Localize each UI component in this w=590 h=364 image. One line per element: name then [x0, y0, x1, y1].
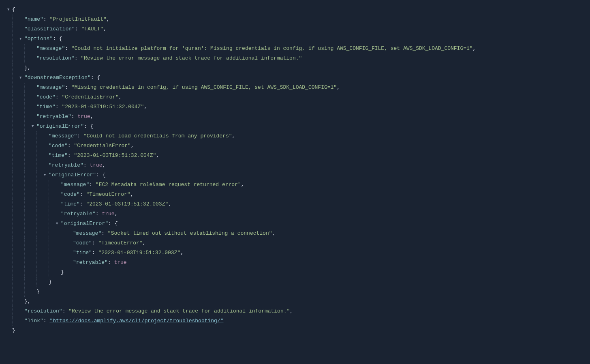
json-string: "Missing credentials in config, if using…	[71, 83, 337, 92]
collapse-toggle-icon[interactable]: ▼	[56, 219, 61, 229]
json-line: "name": "ProjectInitFault",	[0, 15, 590, 24]
json-line: },	[0, 297, 590, 306]
json-line: "retryable": true,	[0, 161, 590, 170]
json-key: "message"	[49, 131, 77, 141]
json-line: }	[0, 287, 590, 297]
brace-close: }	[24, 297, 28, 306]
json-line: "time": "2023-01-03T19:51:32.004Z",	[0, 151, 590, 161]
json-string: "Could not load credentials from any pro…	[83, 131, 232, 141]
json-string: "CredentialsError"	[74, 141, 130, 151]
json-key: "time"	[49, 151, 68, 161]
brace-open: {	[59, 34, 62, 44]
json-line: "message": "Missing credentials in confi…	[0, 83, 590, 92]
json-key: "classification"	[24, 24, 75, 34]
brace-open: {	[115, 219, 118, 229]
json-string: "FAULT"	[81, 24, 103, 34]
json-boolean: true	[114, 258, 126, 268]
json-string: "ProjectInitFault"	[49, 15, 106, 24]
json-key: "message"	[36, 83, 65, 92]
json-key: "retryable"	[73, 258, 108, 268]
json-key: "code"	[73, 238, 92, 248]
json-line: "message": "Could not load credentials f…	[0, 131, 590, 141]
json-line: "retryable": true	[0, 258, 590, 268]
json-line: ▼"downstreamException": {	[0, 73, 590, 83]
brace-close: }	[24, 63, 28, 73]
json-line: "time": "2023-01-03T19:51:32.004Z",	[0, 102, 590, 112]
brace-close: }	[61, 268, 64, 277]
json-key: "code"	[61, 190, 80, 199]
json-line: "code": "TimeoutError",	[0, 190, 590, 199]
json-line: }	[0, 277, 590, 287]
json-key: "originalError"	[36, 122, 84, 131]
json-key: "originalError"	[61, 219, 108, 229]
json-string: "Review the error message and stack trac…	[68, 306, 290, 316]
json-tree-viewer: ▼{ "name": "ProjectInitFault", "classifi…	[0, 5, 590, 336]
json-key: "originalError"	[49, 170, 96, 180]
collapse-toggle-icon[interactable]: ▼	[32, 122, 36, 131]
json-string: "2023-01-03T19:51:32.004Z"	[74, 151, 156, 161]
json-key: "time"	[61, 199, 80, 209]
json-line: "time": "2023-01-03T19:51:32.003Z",	[0, 199, 590, 209]
collapse-toggle-icon[interactable]: ▼	[19, 73, 24, 83]
collapse-toggle-icon[interactable]: ▼	[44, 170, 49, 180]
json-key: "message"	[36, 44, 65, 54]
json-key: "code"	[49, 141, 68, 151]
brace-open: {	[90, 122, 94, 131]
brace-close: }	[49, 277, 52, 287]
json-line: "classification": "FAULT",	[0, 24, 590, 34]
json-line: },	[0, 63, 590, 73]
json-key: "time"	[36, 102, 56, 112]
json-string: "Could not initialize platform for 'qura…	[71, 44, 473, 54]
json-link[interactable]: "https://docs.amplify.aws/cli/project/tr…	[49, 316, 223, 326]
brace-open: {	[103, 170, 106, 180]
json-key: "message"	[73, 229, 101, 238]
json-key: "resolution"	[36, 54, 75, 63]
json-string: "EC2 Metadata roleName request returned …	[96, 180, 241, 190]
json-boolean: true	[90, 161, 102, 170]
json-key: "resolution"	[24, 306, 62, 316]
brace-open: {	[97, 73, 100, 83]
json-key: "downstreamException"	[24, 73, 91, 83]
json-key: "retryable"	[49, 161, 83, 170]
json-line: }	[0, 268, 590, 277]
collapse-toggle-icon[interactable]: ▼	[19, 34, 24, 44]
json-line: "retryable": true,	[0, 112, 590, 122]
brace-close: }	[12, 326, 15, 336]
json-string: "Socket timed out without establishing a…	[108, 229, 272, 238]
json-line: "message": "Could not initialize platfor…	[0, 44, 590, 54]
json-line: ▼"originalError": {	[0, 170, 590, 180]
json-line: "code": "CredentialsError",	[0, 141, 590, 151]
json-boolean: true	[77, 112, 90, 122]
json-line: "retryable": true,	[0, 209, 590, 219]
brace-close: }	[36, 287, 40, 297]
json-string: "TimeoutError"	[86, 190, 130, 199]
collapse-toggle-icon[interactable]: ▼	[7, 5, 12, 15]
json-line: ▼"options": {	[0, 34, 590, 44]
json-line: ▼"originalError": {	[0, 122, 590, 131]
json-key: "retryable"	[61, 209, 96, 219]
json-string: "2023-01-03T19:51:32.003Z"	[86, 199, 168, 209]
json-string: "CredentialsError"	[62, 92, 118, 102]
json-key: "message"	[61, 180, 89, 190]
json-boolean: true	[102, 209, 114, 219]
json-key: "code"	[36, 92, 56, 102]
json-line: "time": "2023-01-03T19:51:32.003Z",	[0, 248, 590, 258]
json-line: }	[0, 326, 590, 336]
json-line: "link": "https://docs.amplify.aws/cli/pr…	[0, 316, 590, 326]
json-line: "message": "Socket timed out without est…	[0, 229, 590, 238]
json-string: "TimeoutError"	[98, 238, 142, 248]
json-key: "link"	[24, 316, 43, 326]
json-line: "resolution": "Review the error message …	[0, 306, 590, 316]
json-key: "retryable"	[36, 112, 71, 122]
brace-open: {	[12, 5, 15, 15]
json-key: "time"	[73, 248, 92, 258]
json-line: "resolution": "Review the error message …	[0, 54, 590, 63]
json-line: "code": "TimeoutError",	[0, 238, 590, 248]
json-string: "Review the error message and stack trac…	[81, 54, 302, 63]
json-key: "options"	[24, 34, 53, 44]
json-line: "message": "EC2 Metadata roleName reques…	[0, 180, 590, 190]
json-line: "code": "CredentialsError",	[0, 92, 590, 102]
json-string: "2023-01-03T19:51:32.004Z"	[62, 102, 144, 112]
json-key: "name"	[24, 15, 43, 24]
json-string: "2023-01-03T19:51:32.003Z"	[98, 248, 180, 258]
